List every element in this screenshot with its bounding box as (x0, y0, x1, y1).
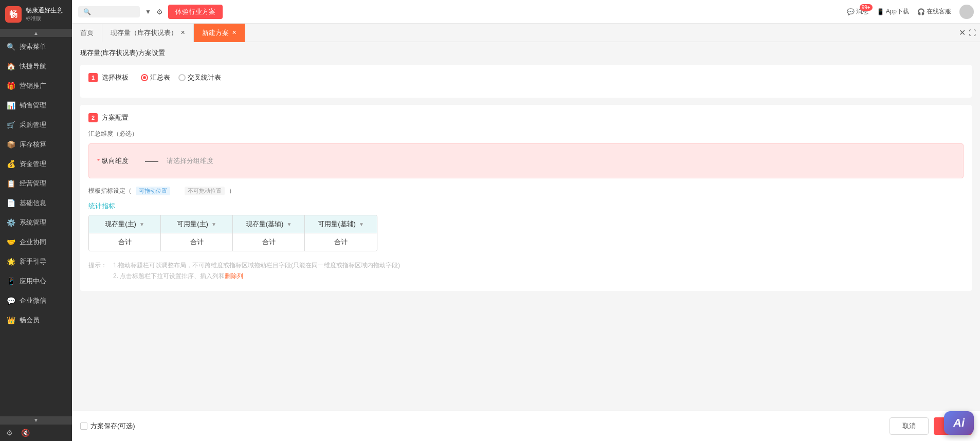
sidebar-item-system[interactable]: ⚙️ 系统管理 (0, 213, 72, 232)
sidebar-item-label: 资金管理 (20, 159, 46, 169)
sidebar-item-inventory[interactable]: 📦 库存核算 (0, 135, 72, 154)
save-checkbox[interactable] (80, 422, 87, 430)
sidebar-item-marketing[interactable]: 🎁 营销推广 (0, 76, 72, 96)
sidebar-item-label: 采购管理 (20, 120, 46, 130)
message-btn[interactable]: 💬 消息 99+ (847, 7, 868, 16)
dimension-placeholder: 请选择分组维度 (167, 156, 213, 166)
radio-cross[interactable]: 交叉统计表 (178, 73, 221, 82)
plan-config: 汇总维度（必选） * 纵向维度 —— 请选择分组维度 模板指标设定（ 可拖动位置… (88, 130, 964, 281)
app-logo-icon: 畅 (5, 6, 22, 23)
template-radio-group: 汇总表 交叉统计表 (141, 73, 221, 82)
member-icon: 👑 (6, 316, 15, 325)
tab-new-plan-close[interactable]: ✕ (232, 29, 237, 36)
quick-nav-icon: 🏠 (6, 62, 15, 71)
stats-body-cell-0-2: 合计 (233, 233, 305, 251)
tab-home[interactable]: 首页 (72, 24, 102, 42)
sidebar-item-search-menu[interactable]: 🔍 搜索菜单 (0, 37, 72, 57)
sidebar-item-app-center[interactable]: 📱 应用中心 (0, 271, 72, 291)
sidebar-item-enterprise-wechat[interactable]: 💬 企业微信 (0, 291, 72, 310)
indicator-tag-separator (174, 187, 180, 195)
chevron-down-icon-1: ▼ (211, 222, 216, 227)
sidebar-item-new-guide[interactable]: 🌟 新手引导 (0, 252, 72, 271)
sidebar-item-label: 库存核算 (20, 140, 46, 149)
topbar-right: 💬 消息 99+ 📱 App下载 🎧 在线客服 (847, 5, 974, 19)
sidebar-item-sales[interactable]: 📊 销售管理 (0, 96, 72, 115)
sidebar-item-purchase[interactable]: 🛒 采购管理 (0, 115, 72, 135)
radio-summary-label: 汇总表 (150, 73, 170, 82)
sidebar-item-label: 应用中心 (20, 277, 46, 286)
tab-inventory[interactable]: 现存量（库存状况表） ✕ (102, 24, 194, 42)
sidebar-item-enterprise[interactable]: 🤝 企业协同 (0, 232, 72, 252)
indicator-setting: 模板指标设定（ 可拖动位置 不可拖动位置 ） (88, 187, 964, 195)
radio-cross-label: 交叉统计表 (188, 73, 221, 82)
sidebar-item-label: 销售管理 (20, 101, 46, 110)
tab-home-label: 首页 (80, 28, 94, 38)
topbar-search[interactable]: 🔍 (78, 6, 140, 17)
stats-body-cell-0-0: 合计 (89, 233, 161, 251)
save-label: 方案保存(可选) (90, 421, 135, 431)
ai-badge[interactable]: Ai (944, 411, 974, 435)
sidebar-item-label: 营销推广 (20, 81, 46, 90)
stats-header-col-1[interactable]: 可用量(主) ▼ (161, 215, 233, 233)
sidebar-item-label: 经营管理 (20, 179, 46, 188)
app-center-icon: 📱 (6, 277, 15, 286)
topbar-dropdown-button[interactable]: ▼ (145, 8, 151, 15)
sidebar-item-label: 企业协同 (20, 237, 46, 247)
enterprise-icon: 🤝 (6, 237, 15, 247)
sidebar-scroll-down[interactable]: ▼ (0, 416, 72, 424)
cancel-button[interactable]: 取消 (890, 417, 929, 435)
radio-summary-dot (141, 74, 148, 81)
tab-inventory-close[interactable]: ✕ (180, 29, 185, 36)
operations-icon: 📋 (6, 179, 15, 188)
sidebar-item-label: 畅会员 (20, 316, 40, 325)
stats-header-col-0[interactable]: 现存量(主) ▼ (89, 215, 161, 233)
tabbar-close-icon[interactable]: ✕ (959, 28, 966, 38)
bottom-bar: 方案保存(可选) 取消 查询 (72, 411, 980, 441)
sidebar-item-operations[interactable]: 📋 经营管理 (0, 174, 72, 193)
app-download-btn[interactable]: 📱 App下载 (877, 7, 909, 16)
app-name: 畅康通好生意 (26, 7, 63, 15)
volume-icon[interactable]: 🔇 (21, 429, 30, 437)
stats-header-col-2[interactable]: 现存量(基辅) ▼ (233, 215, 305, 233)
step1-title: 选择模板 (102, 73, 129, 82)
radio-summary[interactable]: 汇总表 (141, 73, 170, 82)
indicator-closing: ） (229, 187, 235, 195)
sidebar-scroll-up[interactable]: ▲ (0, 29, 72, 37)
dimension-box[interactable]: * 纵向维度 —— 请选择分组维度 (88, 143, 964, 178)
tab-new-plan[interactable]: 新建方案 ✕ (194, 24, 245, 42)
stats-body-cell-0-3: 合计 (305, 233, 377, 251)
chevron-down-icon-0: ▼ (139, 222, 144, 227)
tips-delete-link: 删除列 (225, 272, 243, 280)
topbar-gear-icon[interactable]: ⚙ (156, 8, 163, 16)
indicator-not-draggable-tag: 不可拖动位置 (185, 187, 225, 195)
sidebar-item-quick-nav[interactable]: 🏠 快捷导航 (0, 57, 72, 76)
stats-body-cell-0-1: 合计 (161, 233, 233, 251)
message-badge: 99+ (860, 4, 873, 11)
step2-section: 2 方案配置 汇总维度（必选） * 纵向维度 —— 请选择分组维度 模板指标设定… (80, 105, 972, 291)
marketing-icon: 🎁 (6, 81, 15, 90)
online-service-btn[interactable]: 🎧 在线客服 (917, 7, 951, 16)
inventory-icon: 📦 (6, 140, 15, 149)
sidebar-item-basic-info[interactable]: 📄 基础信息 (0, 193, 72, 213)
tab-inventory-label: 现存量（库存状况表） (111, 28, 177, 38)
sidebar-item-member[interactable]: 👑 畅会员 (0, 310, 72, 330)
sidebar-item-label: 系统管理 (20, 218, 46, 227)
stats-header-label-2: 现存量(基辅) (246, 219, 284, 229)
page-title: 现存量(库存状况表)方案设置 (80, 48, 972, 58)
stats-header-col-3[interactable]: 可用量(基辅) ▼ (305, 215, 377, 233)
sidebar: 畅 畅康通好生意 标准版 ▲ 🔍 搜索菜单 🏠 快捷导航 🎁 营销推广 📊 销售… (0, 0, 72, 441)
step1-header: 1 选择模板 汇总表 交叉统计表 (88, 73, 964, 82)
stats-table: 现存量(主) ▼ 可用量(主) ▼ 现存量(基辅) ▼ (88, 215, 377, 251)
step2-header: 2 方案配置 (88, 113, 964, 122)
stats-header-row: 现存量(主) ▼ 可用量(主) ▼ 现存量(基辅) ▼ (89, 215, 377, 233)
trial-btn[interactable]: 体验行业方案 (168, 5, 223, 19)
app-download-label: App下载 (886, 7, 909, 16)
user-avatar[interactable] (959, 5, 974, 19)
settings-icon[interactable]: ⚙ (6, 429, 13, 437)
sidebar-bottom: ⚙ 🔇 (0, 424, 72, 441)
save-option[interactable]: 方案保存(可选) (80, 421, 135, 431)
tabbar-expand-icon[interactable]: ⛶ (969, 29, 976, 37)
tips-section: 提示： 1.拖动标题栏可以调整布局，不可跨维度或指标区域拖动栏目字段(只能在同一… (88, 261, 964, 281)
service-label: 在线客服 (927, 7, 951, 16)
sidebar-item-finance[interactable]: 💰 资金管理 (0, 154, 72, 174)
